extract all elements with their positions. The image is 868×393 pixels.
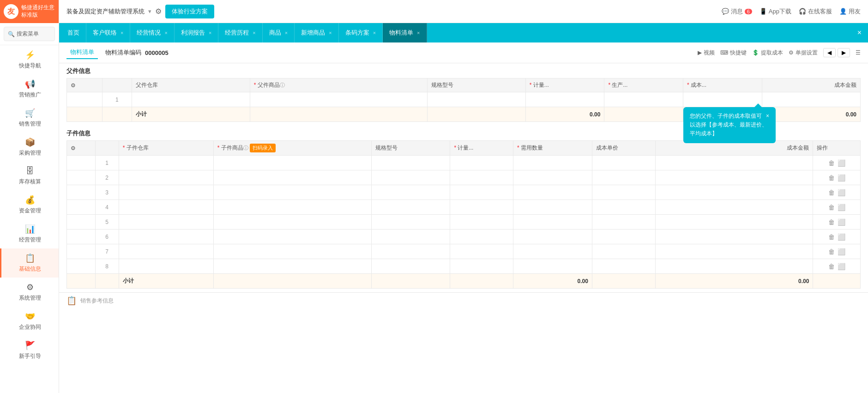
copy-icon[interactable]: ⬜ — [838, 189, 845, 196]
child-qty-cell[interactable] — [513, 170, 592, 185]
copy-icon[interactable]: ⬜ — [838, 248, 845, 255]
scan-input-button[interactable]: 扫码录入 — [250, 144, 276, 152]
sidebar-item-inventory[interactable]: 🗄 库存核算 — [0, 162, 59, 190]
child-qty-cell[interactable] — [513, 244, 592, 259]
child-spec-cell[interactable] — [371, 185, 450, 200]
child-goods-cell[interactable] — [213, 185, 371, 200]
delete-icon[interactable]: 🗑 — [828, 218, 835, 226]
child-warehouse-cell[interactable] — [119, 185, 213, 200]
parent-spec-cell[interactable] — [427, 92, 525, 107]
tab-close-icon[interactable]: × — [253, 30, 255, 36]
copy-icon[interactable]: ⬜ — [838, 159, 845, 167]
child-unit-cost-cell[interactable] — [592, 244, 655, 259]
child-unit-cell[interactable] — [450, 259, 513, 274]
child-warehouse-cell[interactable] — [119, 156, 213, 170]
delete-icon[interactable]: 🗑 — [828, 189, 835, 196]
tab-business-status[interactable]: 经营情况 × — [130, 23, 174, 42]
child-qty-cell[interactable] — [513, 259, 592, 274]
sub-tab-bom[interactable]: 物料清单 — [66, 46, 98, 59]
child-unit-cell[interactable] — [450, 215, 513, 230]
child-unit-cell[interactable] — [450, 244, 513, 259]
tab-close-icon[interactable]: × — [417, 30, 420, 36]
child-unit-cell[interactable] — [450, 230, 513, 244]
delete-icon[interactable]: 🗑 — [828, 263, 835, 270]
sidebar-item-basic-info[interactable]: 📋 基础信息 — [0, 248, 59, 278]
child-spec-cell[interactable] — [371, 215, 450, 230]
search-menu-button[interactable]: 🔍 搜索菜单 — [4, 27, 55, 41]
child-unit-cost-cell[interactable] — [592, 215, 655, 230]
child-spec-cell[interactable] — [371, 156, 450, 170]
delete-icon[interactable]: 🗑 — [828, 233, 835, 241]
child-unit-cost-cell[interactable] — [592, 259, 655, 274]
tab-bom[interactable]: 物料清单 × — [383, 23, 427, 42]
tab-close-icon[interactable]: × — [164, 30, 167, 36]
tab-customer[interactable]: 客户联络 × — [86, 23, 130, 42]
child-unit-cell[interactable] — [450, 156, 513, 170]
child-goods-cell[interactable] — [213, 259, 371, 274]
delete-icon[interactable]: 🗑 — [828, 204, 835, 211]
child-warehouse-cell[interactable] — [119, 230, 213, 244]
parent-goods-cell[interactable] — [250, 92, 427, 107]
tab-barcode[interactable]: 条码方案 × — [339, 23, 383, 42]
settings-gear-icon[interactable]: ⚙ — [71, 82, 76, 89]
list-view-button[interactable]: ☰ — [856, 49, 861, 56]
child-qty-cell[interactable] — [513, 185, 592, 200]
child-warehouse-cell[interactable] — [119, 215, 213, 230]
child-warehouse-cell[interactable] — [119, 200, 213, 215]
next-page-button[interactable]: ▶ — [838, 48, 850, 57]
tab-goods[interactable]: 商品 × — [263, 23, 295, 42]
parent-cost-cell[interactable] — [683, 92, 762, 107]
sidebar-item-sales[interactable]: 🛒 销售管理 — [0, 103, 59, 133]
user-menu-button[interactable]: 👤 用友 — [839, 7, 861, 16]
tab-history[interactable]: 经营历程 × — [218, 23, 262, 42]
shortcut-button[interactable]: ⌨ 快捷键 — [720, 49, 747, 57]
child-unit-cell[interactable] — [450, 170, 513, 185]
child-warehouse-cell[interactable] — [119, 244, 213, 259]
copy-icon[interactable]: ⬜ — [838, 263, 845, 270]
child-goods-cell[interactable] — [213, 170, 371, 185]
tab-home[interactable]: 首页 — [61, 23, 86, 42]
child-warehouse-cell[interactable] — [119, 170, 213, 185]
copy-icon[interactable]: ⬜ — [838, 174, 845, 181]
tab-close-icon[interactable]: × — [373, 30, 376, 36]
child-spec-cell[interactable] — [371, 244, 450, 259]
child-unit-cost-cell[interactable] — [592, 230, 655, 244]
child-spec-cell[interactable] — [371, 170, 450, 185]
prev-page-button[interactable]: ◀ — [823, 48, 836, 57]
tab-close-icon[interactable]: × — [329, 30, 332, 36]
tab-close-icon[interactable]: × — [209, 30, 211, 36]
tooltip-close-button[interactable]: × — [766, 112, 769, 121]
tab-profit[interactable]: 利润报告 × — [175, 23, 218, 42]
delete-icon[interactable]: 🗑 — [828, 159, 835, 167]
sidebar-item-purchase[interactable]: 📦 采购管理 — [0, 133, 59, 162]
sidebar-item-guide[interactable]: 🚩 新手引导 — [0, 336, 59, 365]
child-unit-cost-cell[interactable] — [592, 185, 655, 200]
online-service-button[interactable]: 🎧 在线客服 — [799, 7, 832, 16]
extract-cost-button[interactable]: 💲 提取成本 — [752, 49, 783, 57]
child-goods-cell[interactable] — [213, 156, 371, 170]
copy-icon[interactable]: ⬜ — [838, 218, 845, 226]
sidebar-item-operation[interactable]: 📊 经营管理 — [0, 219, 59, 248]
child-unit-cost-cell[interactable] — [592, 156, 655, 170]
child-spec-cell[interactable] — [371, 259, 450, 274]
child-qty-cell[interactable] — [513, 215, 592, 230]
experience-button[interactable]: 体验行业方案 — [165, 5, 214, 18]
child-goods-cell[interactable] — [213, 244, 371, 259]
delete-icon[interactable]: 🗑 — [828, 248, 835, 255]
parent-production-cell[interactable] — [604, 92, 683, 107]
tab-close-icon[interactable]: × — [121, 30, 123, 36]
child-unit-cell[interactable] — [450, 200, 513, 215]
child-unit-cost-cell[interactable] — [592, 170, 655, 185]
tab-new-goods[interactable]: 新增商品 × — [295, 23, 338, 42]
doc-settings-button[interactable]: ⚙ 单据设置 — [789, 49, 818, 57]
child-goods-cell[interactable] — [213, 200, 371, 215]
child-settings-gear-icon[interactable]: ⚙ — [71, 145, 76, 151]
child-warehouse-cell[interactable] — [119, 259, 213, 274]
copy-icon[interactable]: ⬜ — [838, 204, 845, 211]
copy-icon[interactable]: ⬜ — [838, 233, 845, 241]
child-goods-cell[interactable] — [213, 230, 371, 244]
sidebar-item-system[interactable]: ⚙ 系统管理 — [0, 278, 59, 307]
video-button[interactable]: ▶ 视频 — [698, 49, 715, 57]
child-spec-cell[interactable] — [371, 230, 450, 244]
delete-icon[interactable]: 🗑 — [828, 174, 835, 181]
